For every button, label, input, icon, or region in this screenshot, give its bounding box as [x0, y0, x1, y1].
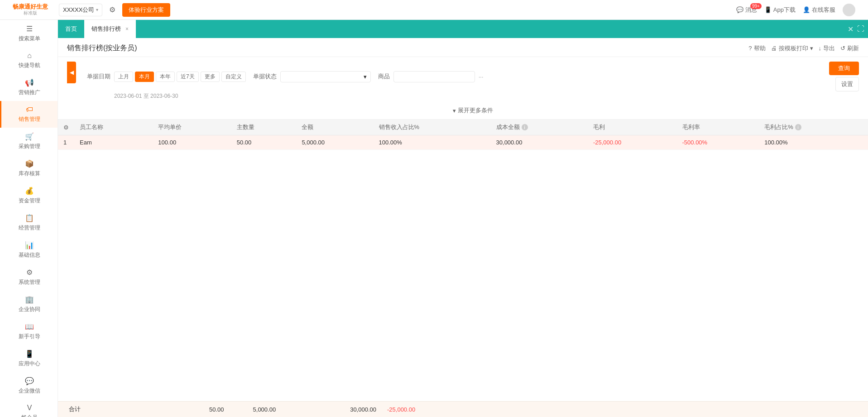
status-select[interactable]: ▾ — [280, 71, 371, 82]
tab-bar-right: ✕ ⛶ — [848, 25, 868, 34]
table-header: ⚙ 员工名称 平均单价 主数量 全额 销售收入占比% 成本全额 i — [58, 120, 868, 135]
sidebar-item-marketing[interactable]: 📢 营销推广 — [0, 74, 58, 101]
sidebar-item-member[interactable]: V 畅会员 — [0, 399, 58, 417]
expand-button[interactable]: ▾ 展开更多条件 — [453, 106, 493, 115]
logo-title: 畅康通好生意 — [13, 3, 48, 10]
table-row[interactable]: 1Eam100.0050.005,000.00100.00%30,000.00-… — [58, 135, 868, 150]
sidebar-item-enterprise[interactable]: 🏢 企业协同 — [0, 291, 58, 318]
settings-icon[interactable]: ⚙ — [106, 4, 119, 16]
help-button[interactable]: ? 帮助 — [748, 44, 765, 53]
footer-gross: -25,000.00 — [382, 406, 421, 413]
enterprise-icon: 🏢 — [25, 295, 34, 304]
sidebar-item-finance[interactable]: 💰 资金管理 — [0, 182, 58, 209]
sidebar-item-sales[interactable]: 🏷 销售管理 — [0, 101, 58, 128]
date-btn-last-month[interactable]: 上月 — [114, 72, 133, 82]
sidebar-item-quick-nav[interactable]: ⌂ 快捷导航 — [0, 47, 58, 74]
date-btn-custom[interactable]: 自定义 — [221, 72, 246, 82]
sidebar-item-guide[interactable]: 📖 新手引导 — [0, 318, 58, 345]
more-options-icon[interactable]: ··· — [479, 73, 484, 80]
cost-cell: 30,000.00 — [491, 135, 588, 150]
guide-icon: 📖 — [25, 322, 34, 331]
date-range-text: 2023-06-01 至 2023-06-30 — [114, 93, 178, 99]
th-settings[interactable]: ⚙ — [58, 120, 74, 135]
app-download-label: App下载 — [773, 6, 796, 14]
avatar[interactable] — [843, 4, 855, 16]
sidebar: ☰ 搜索菜单 ⌂ 快捷导航 📢 营销推广 🏷 销售管理 🛒 采购管理 📦 库 — [0, 20, 58, 417]
table-body: 1Eam100.0050.005,000.00100.00%30,000.00-… — [58, 135, 868, 150]
main-area: ☰ 搜索菜单 ⌂ 快捷导航 📢 营销推广 🏷 销售管理 🛒 采购管理 📦 库 — [0, 20, 868, 417]
th-gross-pct: 毛利占比% i — [759, 120, 868, 135]
purchase-icon: 🛒 — [25, 132, 34, 141]
sidebar-item-search[interactable]: ☰ 搜索菜单 — [0, 20, 58, 47]
inventory-icon: 📦 — [25, 159, 34, 168]
date-filter-label: 单据日期 — [87, 72, 110, 81]
sidebar-item-wechat[interactable]: 💬 企业微信 — [0, 372, 58, 399]
footer-cost: 30,000.00 — [345, 406, 382, 413]
tab-sales-rank[interactable]: 销售排行榜 × — [84, 20, 136, 38]
footer-amount: 5,000.00 — [248, 406, 282, 413]
company-selector[interactable]: XXXXX公司 ▾ — [59, 4, 102, 16]
cost-info-icon[interactable]: i — [522, 124, 528, 130]
table-container: ⚙ 员工名称 平均单价 主数量 全额 销售收入占比% 成本全额 i — [58, 120, 868, 401]
th-quantity: 主数量 — [231, 120, 297, 135]
tab-bar: 首页 销售排行榜 × ✕ ⛶ — [58, 20, 868, 38]
amount-cell: 5,000.00 — [296, 135, 373, 150]
th-gross: 毛利 — [588, 120, 677, 135]
th-amount: 全额 — [296, 120, 373, 135]
name-cell: Eam — [74, 135, 153, 150]
page-title: 销售排行榜(按业务员) — [67, 43, 137, 53]
content-area: 首页 销售排行榜 × ✕ ⛶ 销售排行榜(按业务员) — [58, 20, 868, 417]
print-chevron-icon: ▾ — [810, 45, 813, 52]
export-icon: ↓ — [819, 45, 822, 52]
online-support-label: 在线客服 — [812, 6, 835, 14]
logo-sub: 标准版 — [24, 10, 37, 16]
app-download-button[interactable]: 📱 App下载 — [764, 6, 796, 14]
collapse-button[interactable]: ◀ — [67, 62, 76, 83]
template-print-button[interactable]: 🖨 按模板打印 ▾ — [771, 44, 813, 53]
search-icon: ☰ — [26, 24, 33, 33]
chevron-down-icon: ▾ — [96, 7, 98, 12]
maximize-icon[interactable]: ⛶ — [857, 25, 864, 33]
close-window-icon[interactable]: ✕ — [848, 25, 854, 34]
refresh-button[interactable]: ↺ 刷新 — [840, 44, 859, 53]
data-table: ⚙ 员工名称 平均单价 主数量 全额 销售收入占比% 成本全额 i — [58, 120, 868, 150]
date-btn-this-year[interactable]: 本年 — [156, 72, 175, 82]
query-button[interactable]: 查询 — [829, 62, 859, 75]
top-right-area: 💬 消息 99+ 📱 App下载 👤 在线客服 — [736, 4, 863, 16]
support-icon: 👤 — [803, 6, 810, 13]
tab-home[interactable]: 首页 — [58, 20, 84, 38]
tab-close-icon[interactable]: × — [125, 26, 129, 32]
sidebar-item-basic[interactable]: 📊 基础信息 — [0, 236, 58, 264]
settings-button[interactable]: 设置 — [835, 77, 859, 91]
filter-row: 单据日期 上月 本月 本年 近7天 更多 自定义 — [87, 62, 859, 91]
gross-pct-info-icon[interactable]: i — [795, 124, 801, 130]
basic-icon: 📊 — [25, 241, 34, 249]
goods-input[interactable] — [393, 71, 475, 82]
system-icon: ⚙ — [26, 268, 33, 277]
operations-icon: 📋 — [25, 214, 34, 222]
trial-button[interactable]: 体验行业方案 — [122, 3, 170, 17]
online-support-button[interactable]: 👤 在线客服 — [803, 6, 835, 14]
sidebar-item-inventory[interactable]: 📦 库存核算 — [0, 155, 58, 182]
page-content: 销售排行榜(按业务员) ? 帮助 🖨 按模板打印 ▾ ↓ — [58, 38, 868, 417]
status-filter-label: 单据状态 — [253, 72, 277, 81]
print-icon: 🖨 — [771, 45, 777, 52]
sidebar-item-system[interactable]: ⚙ 系统管理 — [0, 264, 58, 291]
date-btn-more[interactable]: 更多 — [201, 72, 220, 82]
th-cost: 成本全额 i — [491, 120, 588, 135]
date-btn-this-month[interactable]: 本月 — [135, 72, 154, 82]
sidebar-item-apps[interactable]: 📱 应用中心 — [0, 345, 58, 372]
logo[interactable]: 畅康通好生意 标准版 — [5, 3, 55, 17]
date-btn-7days[interactable]: 近7天 — [177, 72, 199, 82]
sidebar-item-purchase[interactable]: 🛒 采购管理 — [0, 128, 58, 155]
expand-label: 展开更多条件 — [458, 106, 493, 115]
sales-pct-cell: 100.00% — [374, 135, 491, 150]
footer-label: 合计 — [63, 405, 86, 413]
sales-icon: 🏷 — [26, 105, 33, 114]
header-actions: ? 帮助 🖨 按模板打印 ▾ ↓ 导出 ↺ — [748, 44, 859, 53]
export-button[interactable]: ↓ 导出 — [819, 44, 835, 53]
top-bar: 畅康通好生意 标准版 XXXXX公司 ▾ ⚙ 体验行业方案 💬 消息 99+ 📱… — [0, 0, 868, 20]
message-button[interactable]: 💬 消息 99+ — [736, 6, 757, 14]
page-header: 销售排行榜(按业务员) ? 帮助 🖨 按模板打印 ▾ ↓ — [58, 38, 868, 57]
sidebar-item-operations[interactable]: 📋 经营管理 — [0, 209, 58, 236]
